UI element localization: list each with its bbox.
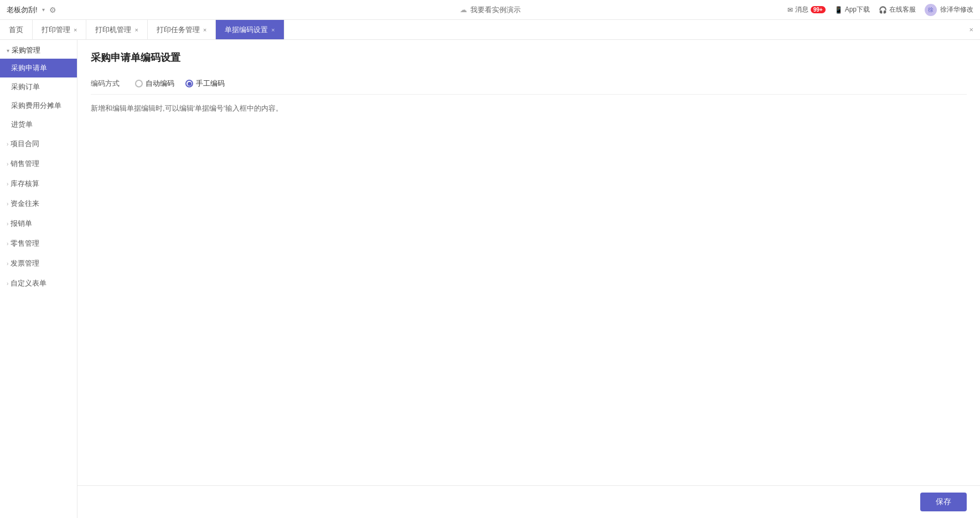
sidebar: ▾ 采购管理 采购申请单 采购订单 采购费用分摊单 进货单 › 项目合同 › 销… bbox=[0, 40, 77, 518]
radio-group: 自动编码 手工编码 bbox=[135, 79, 225, 89]
avatar-initials: 徐 bbox=[928, 6, 934, 14]
message-label: 消息 bbox=[795, 5, 808, 14]
service-label: 在线客服 bbox=[889, 5, 916, 14]
close-icon[interactable]: × bbox=[271, 27, 274, 33]
page-title: 采购申请单编码设置 bbox=[91, 51, 967, 64]
tab-print-task-label: 打印任务管理 bbox=[157, 25, 200, 35]
tab-home-label: 首页 bbox=[9, 25, 23, 35]
main-layout: ▾ 采购管理 采购申请单 采购订单 采购费用分摊单 进货单 › 项目合同 › 销… bbox=[0, 40, 980, 518]
sidebar-group-purchase[interactable]: ▾ 采购管理 bbox=[0, 40, 77, 59]
radio-auto-coding[interactable]: 自动编码 bbox=[135, 79, 174, 89]
sidebar-item-purchase-request[interactable]: 采购申请单 bbox=[0, 59, 77, 77]
brand-area: 老板勿刮! ▾ ⚙ bbox=[7, 5, 56, 15]
close-icon[interactable]: × bbox=[74, 27, 77, 33]
global-close-button[interactable]: × bbox=[962, 20, 980, 39]
search-area: ☁ 我要看实例演示 bbox=[460, 5, 521, 15]
sidebar-group-retail-mgmt[interactable]: › 零售管理 bbox=[0, 234, 77, 253]
coding-method-row: 编码方式 自动编码 手工编码 bbox=[91, 73, 967, 95]
message-icon: ✉ bbox=[787, 6, 793, 14]
content-body: 新增和编辑单据编辑时,可以编辑'单据编号'输入框中的内容。 bbox=[77, 95, 980, 485]
message-badge: 99+ bbox=[811, 6, 826, 13]
sidebar-group-custom-forms-label: 自定义表单 bbox=[11, 278, 46, 288]
radio-auto-label: 自动编码 bbox=[146, 79, 174, 89]
chevron-down-icon[interactable]: ▾ bbox=[42, 7, 45, 13]
top-bar: 老板勿刮! ▾ ⚙ ☁ 我要看实例演示 ✉ 消息 99+ 📱 App下载 🎧 在… bbox=[0, 0, 980, 20]
service-button[interactable]: 🎧 在线客服 bbox=[879, 5, 916, 14]
brand-label: 老板勿刮! bbox=[7, 5, 38, 15]
sidebar-group-project-contract[interactable]: › 项目合同 bbox=[0, 134, 77, 154]
sidebar-group-funds[interactable]: › 资金往来 bbox=[0, 194, 77, 214]
sidebar-item-purchase-order[interactable]: 采购订单 bbox=[0, 77, 77, 96]
service-icon: 🎧 bbox=[879, 6, 887, 14]
sidebar-item-purchase-expense[interactable]: 采购费用分摊单 bbox=[0, 96, 77, 115]
sidebar-group-sales-mgmt[interactable]: › 销售管理 bbox=[0, 154, 77, 174]
tab-print-mgmt[interactable]: 打印管理 × bbox=[33, 20, 86, 39]
avatar: 徐 bbox=[925, 4, 937, 16]
chevron-right-icon: › bbox=[7, 201, 8, 207]
sidebar-item-stock-in[interactable]: 进货单 bbox=[0, 115, 77, 134]
collapse-icon: ▾ bbox=[7, 48, 9, 54]
radio-manual-label: 手工编码 bbox=[196, 79, 225, 89]
sidebar-item-stock-in-label: 进货单 bbox=[11, 120, 33, 128]
chevron-right-icon: › bbox=[7, 221, 8, 227]
save-button[interactable]: 保存 bbox=[920, 493, 967, 511]
app-download-label: App下载 bbox=[845, 5, 870, 14]
tab-printer-mgmt[interactable]: 打印机管理 × bbox=[86, 20, 147, 39]
chevron-right-icon: › bbox=[7, 161, 8, 167]
radio-manual-coding[interactable]: 手工编码 bbox=[185, 79, 225, 89]
sidebar-group-purchase-label: 采购管理 bbox=[12, 45, 40, 55]
sidebar-group-inventory[interactable]: › 库存核算 bbox=[0, 174, 77, 194]
sidebar-group-project-contract-label: 项目合同 bbox=[11, 139, 39, 149]
chevron-right-icon: › bbox=[7, 241, 8, 247]
sidebar-item-purchase-expense-label: 采购费用分摊单 bbox=[11, 101, 61, 110]
chevron-right-icon: › bbox=[7, 141, 8, 147]
content-footer: 保存 bbox=[77, 485, 980, 518]
chevron-right-icon: › bbox=[7, 281, 8, 287]
radio-manual-circle[interactable] bbox=[185, 80, 193, 87]
app-icon: 📱 bbox=[834, 6, 843, 14]
tab-print-task[interactable]: 打印任务管理 × bbox=[148, 20, 216, 39]
tab-home[interactable]: 首页 bbox=[0, 20, 33, 39]
sidebar-group-retail-mgmt-label: 零售管理 bbox=[11, 239, 39, 248]
sidebar-group-invoice-mgmt-label: 发票管理 bbox=[11, 258, 39, 268]
sidebar-item-purchase-request-label: 采购申请单 bbox=[11, 64, 47, 72]
content-header: 采购申请单编码设置 编码方式 自动编码 手工编码 bbox=[77, 40, 980, 95]
sidebar-group-inventory-label: 库存核算 bbox=[11, 179, 39, 189]
sidebar-group-sales-mgmt-label: 销售管理 bbox=[11, 159, 39, 169]
sidebar-group-returns-label: 报销单 bbox=[11, 219, 32, 229]
top-bar-right: ✉ 消息 99+ 📱 App下载 🎧 在线客服 徐 徐泽华修改 bbox=[787, 4, 973, 16]
sidebar-group-funds-label: 资金往来 bbox=[11, 199, 39, 209]
settings-icon[interactable]: ⚙ bbox=[49, 6, 56, 14]
tab-printer-mgmt-label: 打印机管理 bbox=[95, 25, 131, 35]
description-text: 新增和编辑单据编辑时,可以编辑'单据编号'输入框中的内容。 bbox=[91, 104, 283, 112]
tab-bar: 首页 打印管理 × 打印机管理 × 打印任务管理 × 单据编码设置 × × bbox=[0, 20, 980, 40]
radio-auto-circle[interactable] bbox=[135, 80, 143, 87]
chevron-right-icon: › bbox=[7, 261, 8, 267]
sidebar-group-invoice-mgmt[interactable]: › 发票管理 bbox=[0, 253, 77, 273]
close-icon[interactable]: × bbox=[203, 27, 206, 33]
sidebar-item-purchase-order-label: 采购订单 bbox=[11, 82, 40, 91]
tab-print-mgmt-label: 打印管理 bbox=[42, 25, 70, 35]
global-close-icon: × bbox=[969, 25, 973, 34]
content-area: 采购申请单编码设置 编码方式 自动编码 手工编码 新增和编辑单据编辑时,可以编辑… bbox=[77, 40, 980, 518]
coding-method-label: 编码方式 bbox=[91, 79, 122, 89]
close-icon[interactable]: × bbox=[134, 27, 138, 33]
chevron-right-icon: › bbox=[7, 181, 8, 187]
cloud-icon: ☁ bbox=[460, 6, 467, 14]
app-download-button[interactable]: 📱 App下载 bbox=[834, 5, 870, 14]
message-button[interactable]: ✉ 消息 99+ bbox=[787, 5, 826, 14]
search-label[interactable]: 我要看实例演示 bbox=[470, 5, 521, 15]
user-area[interactable]: 徐 徐泽华修改 bbox=[925, 4, 973, 16]
sidebar-group-returns[interactable]: › 报销单 bbox=[0, 214, 77, 234]
tab-order-code[interactable]: 单据编码设置 × bbox=[216, 20, 284, 39]
tab-order-code-label: 单据编码设置 bbox=[225, 25, 268, 35]
sidebar-group-custom-forms[interactable]: › 自定义表单 bbox=[0, 273, 77, 293]
user-name: 徐泽华修改 bbox=[940, 5, 973, 14]
